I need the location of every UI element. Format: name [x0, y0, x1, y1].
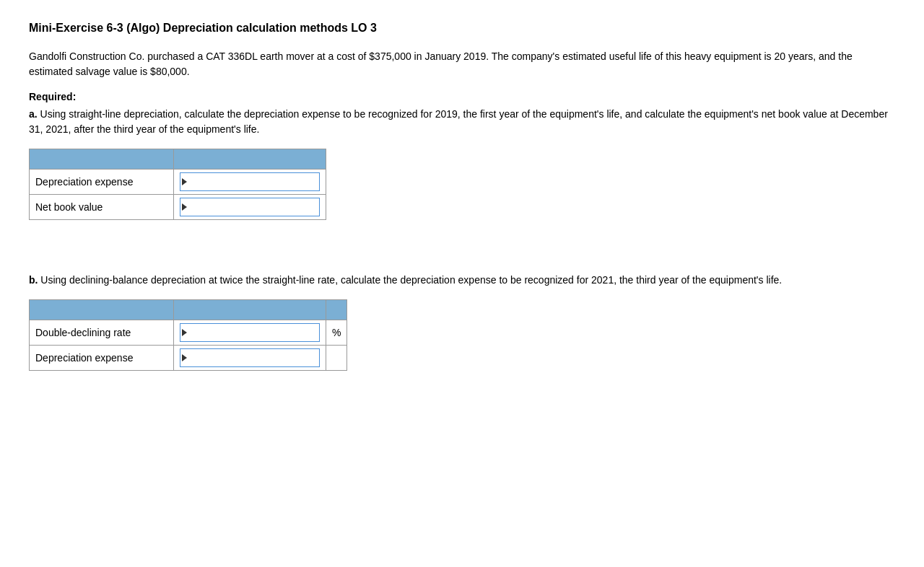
intro-text: Gandolfi Construction Co. purchased a CA… — [29, 49, 895, 79]
section-a-description: Using straight-line depreciation, calcul… — [29, 108, 888, 135]
section-a-header-row — [30, 149, 326, 170]
percent-sign-empty — [326, 346, 347, 371]
double-declining-input-wrapper — [180, 323, 320, 342]
section-b-table-container: Double-declining rate % Depreciation exp… — [29, 299, 347, 371]
section-a-table-container: Depreciation expense Net book value — [29, 149, 326, 220]
depreciation-expense-input[interactable] — [187, 173, 319, 190]
section-b-description: Using declining-balance depreciation at … — [40, 274, 782, 286]
depreciation-expense-b-input[interactable] — [187, 349, 319, 366]
percent-sign: % — [326, 320, 347, 346]
depreciation-expense-input-wrapper — [180, 172, 320, 191]
section-b-part: b. — [29, 274, 38, 286]
section-b-header-col3 — [326, 300, 347, 320]
depreciation-expense-b-label: Depreciation expense — [30, 346, 174, 371]
double-declining-label: Double-declining rate — [30, 320, 174, 346]
table-row: Net book value — [30, 195, 326, 220]
table-row: Depreciation expense — [30, 170, 326, 195]
section-b-header-row — [30, 300, 347, 320]
section-a-header-col2 — [174, 149, 326, 170]
depreciation-expense-b-arrow-icon — [182, 354, 187, 361]
depreciation-expense-b-input-wrapper — [180, 348, 320, 367]
table-row: Depreciation expense — [30, 346, 347, 371]
net-book-value-arrow-icon — [182, 203, 187, 211]
net-book-value-label: Net book value — [30, 195, 174, 220]
section-a-header-col1 — [30, 149, 174, 170]
required-label: Required: — [29, 91, 895, 102]
section-a-text: a. Using straight-line depreciation, cal… — [29, 107, 895, 137]
double-declining-cell — [174, 320, 326, 346]
section-a: a. Using straight-line depreciation, cal… — [29, 107, 895, 244]
section-b-text: b. Using declining-balance depreciation … — [29, 273, 895, 288]
page-title: Mini-Exercise 6-3 (Algo) Depreciation ca… — [29, 22, 895, 35]
depreciation-expense-cell — [174, 170, 326, 195]
net-book-value-input-wrapper — [180, 198, 320, 216]
table-row: Double-declining rate % — [30, 320, 347, 346]
net-book-value-cell — [174, 195, 326, 220]
double-declining-input[interactable] — [187, 324, 319, 341]
section-b-table: Double-declining rate % Depreciation exp… — [29, 299, 347, 371]
section-a-table: Depreciation expense Net book value — [29, 149, 326, 220]
net-book-value-input[interactable] — [187, 198, 319, 216]
depreciation-expense-label: Depreciation expense — [30, 170, 174, 195]
depreciation-expense-b-cell — [174, 346, 326, 371]
depreciation-expense-arrow-icon — [182, 178, 187, 185]
section-b: b. Using declining-balance depreciation … — [29, 273, 895, 395]
section-b-header-col2 — [174, 300, 326, 320]
section-b-header-col1 — [30, 300, 174, 320]
section-a-part: a. — [29, 108, 38, 120]
double-declining-arrow-icon — [182, 329, 187, 336]
